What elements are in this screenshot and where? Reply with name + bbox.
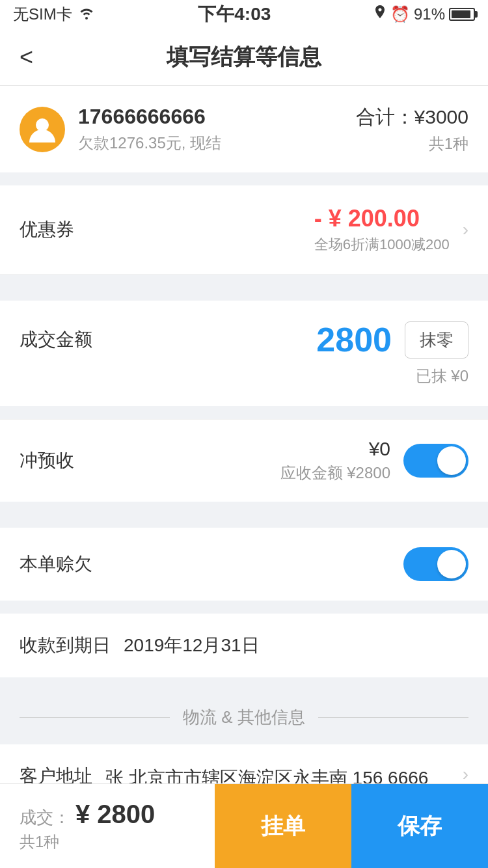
total-count: 共1种 bbox=[356, 133, 468, 154]
prepay-amount: ¥0 bbox=[280, 438, 390, 460]
debt-row: 本单赊欠 bbox=[0, 528, 488, 601]
pending-button[interactable]: 挂单 bbox=[215, 784, 351, 869]
page-title: 填写结算等信息 bbox=[167, 42, 321, 72]
prepay-right: ¥0 应收金额 ¥2800 bbox=[280, 438, 468, 483]
customer-phone: 17666666666 bbox=[78, 105, 221, 129]
carrier-text: 无SIM卡 bbox=[13, 4, 72, 25]
total-amount: 合计：¥3000 bbox=[356, 104, 468, 131]
logistics-divider: 物流 & 其他信息 bbox=[0, 690, 488, 744]
debt-label: 本单赊欠 bbox=[20, 552, 92, 576]
avatar bbox=[20, 107, 65, 152]
coupon-amount: - ¥ 200.00 bbox=[314, 205, 450, 232]
nav-bar: < 填写结算等信息 bbox=[0, 29, 488, 86]
status-right: ⏰ 91% bbox=[373, 5, 475, 23]
save-button[interactable]: 保存 bbox=[351, 784, 488, 869]
deal-amount-container: 2800 抹零 bbox=[316, 320, 468, 359]
bottom-bar: 成交： ¥ 2800 共1种 挂单 保存 bbox=[0, 783, 488, 868]
customer-note: 欠款1276.35元, 现结 bbox=[78, 133, 221, 154]
debt-toggle-knob bbox=[437, 550, 466, 578]
coupon-desc: 全场6折满1000减200 bbox=[314, 235, 450, 254]
due-date-value: 2019年12月31日 bbox=[124, 633, 260, 658]
prepay-sub: 应收金额 ¥2800 bbox=[280, 463, 390, 483]
divider-line-right bbox=[318, 717, 468, 718]
customer-right: 合计：¥3000 共1种 bbox=[356, 104, 468, 154]
prepay-label: 冲预收 bbox=[20, 448, 74, 473]
bottom-deal-amount: ¥ 2800 bbox=[75, 800, 155, 829]
toggle-knob bbox=[437, 446, 466, 475]
content: 17666666666 欠款1276.35元, 现结 合计：¥3000 共1种 … bbox=[0, 86, 488, 868]
address-chevron-icon: › bbox=[463, 764, 468, 785]
prepay-amount-wrap: ¥0 应收金额 ¥2800 bbox=[280, 438, 390, 483]
status-bar: 无SIM卡 下午4:03 ⏰ 91% bbox=[0, 0, 488, 29]
coupon-label: 优惠券 bbox=[20, 217, 74, 242]
status-left: 无SIM卡 bbox=[13, 4, 96, 25]
deal-amount-value: 2800 bbox=[316, 320, 392, 359]
alarm-icon: ⏰ bbox=[390, 5, 410, 23]
battery-icon bbox=[449, 8, 475, 21]
debt-toggle[interactable] bbox=[403, 547, 468, 581]
battery-percent: 91% bbox=[414, 5, 445, 23]
section-divider-2 bbox=[0, 515, 488, 528]
back-button[interactable]: < bbox=[20, 44, 59, 71]
coupon-row[interactable]: 优惠券 - ¥ 200.00 全场6折满1000减200 › bbox=[0, 185, 488, 275]
prepay-row: 冲预收 ¥0 应收金额 ¥2800 bbox=[0, 419, 488, 502]
customer-left: 17666666666 欠款1276.35元, 现结 bbox=[20, 105, 221, 154]
logistics-label: 物流 & 其他信息 bbox=[183, 706, 305, 729]
prepay-toggle[interactable] bbox=[403, 444, 468, 478]
bottom-deal-label: 成交： bbox=[20, 806, 70, 829]
bottom-deal: 成交： ¥ 2800 bbox=[20, 800, 195, 829]
location-icon bbox=[373, 5, 386, 23]
deal-section: 成交金额 2800 抹零 已抹 ¥0 bbox=[0, 301, 488, 406]
due-date-row: 收款到期日 2019年12月31日 bbox=[0, 614, 488, 677]
divider-line-left bbox=[20, 717, 170, 718]
bottom-count: 共1种 bbox=[20, 832, 195, 852]
coupon-right: - ¥ 200.00 全场6折满1000减200 › bbox=[314, 205, 468, 254]
section-divider-1 bbox=[0, 288, 488, 301]
customer-row: 17666666666 欠款1276.35元, 现结 合计：¥3000 共1种 bbox=[0, 86, 488, 172]
deal-label: 成交金额 bbox=[20, 327, 92, 352]
customer-info: 17666666666 欠款1276.35元, 现结 bbox=[78, 105, 221, 154]
status-time: 下午4:03 bbox=[198, 2, 271, 27]
due-date-label: 收款到期日 bbox=[20, 633, 111, 658]
round-button[interactable]: 抹零 bbox=[405, 321, 468, 359]
chevron-right-icon: › bbox=[463, 219, 468, 240]
deal-sub: 已抹 ¥0 bbox=[20, 366, 468, 387]
deal-row: 成交金额 2800 抹零 bbox=[20, 320, 468, 359]
bottom-summary: 成交： ¥ 2800 共1种 bbox=[0, 800, 215, 852]
wifi-icon bbox=[77, 5, 96, 23]
